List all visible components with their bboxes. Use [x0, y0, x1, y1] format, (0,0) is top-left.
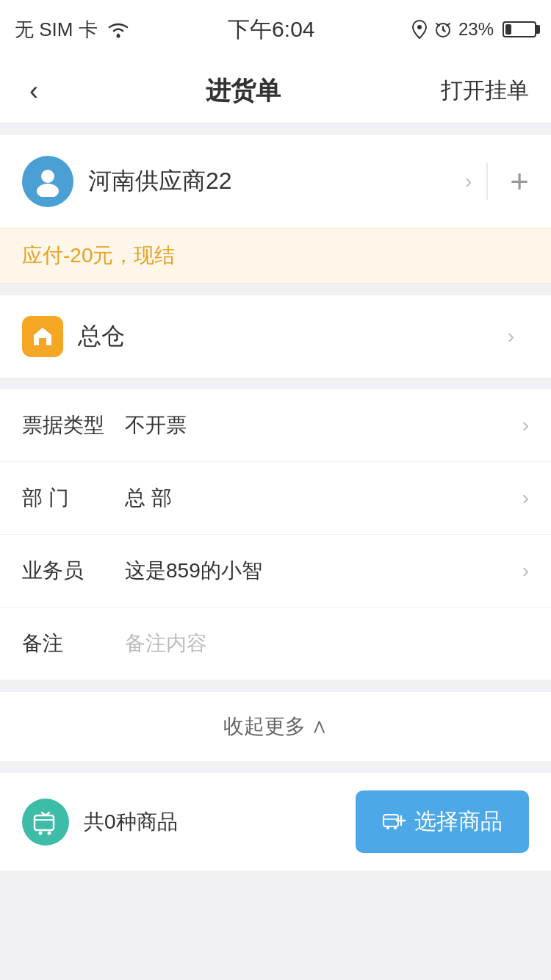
remark-label: 备注 — [22, 630, 125, 657]
remark-row[interactable]: 备注 备注内容 — [0, 608, 551, 680]
svg-point-10 — [386, 826, 389, 829]
invoice-type-chevron-icon: › — [522, 414, 529, 437]
department-chevron-icon: › — [522, 486, 529, 510]
cart-icon — [32, 808, 60, 836]
alarm-icon — [433, 20, 453, 39]
battery-text: 23% — [458, 19, 494, 40]
nav-bar: ‹ 进货单 打开挂单 — [0, 59, 551, 123]
status-bar: 无 SIM 卡 下午6:04 23% — [0, 0, 551, 59]
status-right: 23% — [411, 19, 536, 40]
svg-rect-6 — [35, 815, 54, 830]
warehouse-card: 总仓 › — [0, 295, 551, 378]
warehouse-name: 总仓 — [78, 320, 508, 353]
svg-point-3 — [41, 170, 54, 183]
bottom-bar: 共0种商品 选择商品 — [0, 773, 551, 871]
warehouse-chevron-icon: › — [508, 325, 514, 348]
supplier-name: 河南供应商22 — [88, 165, 465, 198]
department-label: 部 门 — [22, 484, 125, 512]
person-icon — [32, 166, 63, 197]
back-button[interactable]: ‹ — [22, 68, 46, 114]
status-left: 无 SIM 卡 — [15, 17, 132, 43]
svg-point-0 — [116, 35, 120, 38]
divider — [486, 163, 488, 200]
collapse-button[interactable]: 收起更多 ∧ — [0, 691, 551, 761]
salesperson-value: 这是859的小智 — [125, 557, 522, 585]
content: 河南供应商22 › + 应付-20元，现结 总仓 › 票据类型 不开票 › — [0, 123, 551, 871]
wifi-icon — [105, 20, 132, 39]
page-title: 进货单 — [206, 74, 281, 108]
location-icon — [411, 19, 428, 40]
remark-value: 备注内容 — [125, 630, 529, 657]
salesperson-row[interactable]: 业务员 这是859的小智 › — [0, 535, 551, 608]
svg-rect-5 — [39, 338, 46, 345]
invoice-type-row[interactable]: 票据类型 不开票 › — [0, 389, 551, 462]
notice-band: 应付-20元，现结 — [0, 228, 551, 284]
supplier-avatar — [22, 156, 73, 207]
svg-point-11 — [394, 826, 397, 829]
department-row[interactable]: 部 门 总 部 › — [0, 462, 551, 535]
battery-icon — [503, 21, 536, 37]
svg-point-8 — [48, 831, 51, 835]
salesperson-label: 业务员 — [22, 557, 125, 585]
select-product-label: 选择商品 — [414, 807, 503, 837]
select-product-button[interactable]: 选择商品 — [356, 790, 529, 853]
supplier-add-button[interactable]: + — [510, 163, 529, 200]
status-time: 下午6:04 — [228, 15, 314, 45]
invoice-type-label: 票据类型 — [22, 411, 125, 439]
salesperson-chevron-icon: › — [522, 559, 529, 583]
house-icon — [31, 325, 54, 348]
supplier-card: 河南供应商22 › + 应付-20元，现结 — [0, 135, 551, 284]
open-pending-button[interactable]: 打开挂单 — [441, 76, 529, 106]
supplier-chevron-icon: › — [465, 170, 472, 193]
select-product-icon — [382, 812, 406, 832]
product-count: 共0种商品 — [84, 808, 356, 836]
form-section: 票据类型 不开票 › 部 门 总 部 › 业务员 这是859的小智 › 备注 备… — [0, 389, 551, 680]
invoice-type-value: 不开票 — [125, 411, 522, 439]
department-value: 总 部 — [125, 484, 522, 512]
svg-point-7 — [39, 831, 43, 835]
svg-point-4 — [37, 184, 59, 197]
supplier-row[interactable]: 河南供应商22 › + — [0, 135, 551, 228]
warehouse-row[interactable]: 总仓 › — [0, 295, 551, 378]
carrier-text: 无 SIM 卡 — [15, 17, 98, 43]
svg-point-1 — [417, 25, 422, 29]
warehouse-icon — [22, 316, 63, 357]
product-icon — [22, 799, 69, 846]
